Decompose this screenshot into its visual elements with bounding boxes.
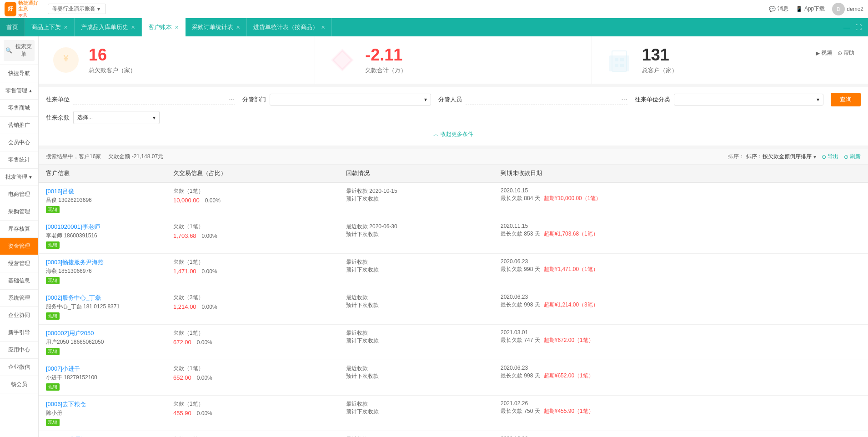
sidebar-item-retail-mgmt[interactable]: 零售管理 ▲ [0,82,38,100]
sidebar-item-finance[interactable]: 资金管理 [0,238,38,255]
page-content: ¥ 16 总欠款客户（家） [39,36,868,437]
overdue-link-4[interactable]: 超期¥672.00（1笔） [544,337,594,344]
customer-phone-2: 海燕 18513066976 [46,267,173,275]
tab-product-listing[interactable]: 商品上下架 ✕ [25,18,75,36]
tab-minimize-icon[interactable]: — [841,24,853,31]
tab-purchase-stats[interactable]: 采购订单统计表 ✕ [186,18,247,36]
video-btn[interactable]: ▶ 视频 [816,49,832,57]
refresh-button[interactable]: ⊙ 刷新 [844,153,861,161]
tab-fullscreen-icon[interactable]: ⛶ [853,24,864,31]
stat-card-total-customers: 131 总客户（家） ▶ 视频 ⊙ 帮助 [592,36,868,84]
due-days-2: 最长欠款 998 天 [501,266,540,273]
filter-category-dropdown[interactable]: ▾ [674,94,824,105]
debt-amount-1: 1,703.68 [173,232,196,239]
return-last-1: 最近收款 2020-06-30 [346,223,501,231]
export-button[interactable]: ⊙ 导出 [822,153,838,161]
header-due: 到期未收款日期 [501,169,861,177]
message-btn[interactable]: 💬 消息 [769,5,788,13]
filter-person-input[interactable] [466,95,621,105]
sidebar-item-ecommerce[interactable]: 电商管理 [0,186,38,203]
chevron-up-icon: ︿ [433,131,439,137]
search-icon: 🔍 [5,47,12,54]
tab-production-history-close[interactable]: ✕ [131,25,135,30]
overdue-link-2[interactable]: 超期¥1,471.00（1笔） [544,266,598,273]
filter-balance-value: 选择... [77,114,93,121]
debt-count-2: 欠款（1笔） [173,258,346,266]
search-menu-btn[interactable]: 🔍 搜索菜单 [4,40,35,61]
help-btn[interactable]: ⊙ 帮助 [838,49,854,57]
tab-purchase-stats-close[interactable]: ✕ [236,25,240,30]
user-menu[interactable]: D demo2 [832,3,863,15]
stat-actions: ▶ 视频 ⊙ 帮助 [816,49,854,57]
return-info-2: 最近收款 预计下次收款 [346,258,501,274]
sidebar-item-quick-nav[interactable]: 快捷导航 [0,65,38,82]
debt-amount-6: 455.90 [173,410,191,417]
sidebar-item-marketing[interactable]: 营销推广 [0,117,38,134]
customer-name-6[interactable]: [0006]去下粮仓 [46,400,173,408]
sidebar-marketing-label: 营销推广 [8,122,30,128]
ellipsis-icon[interactable]: ··· [229,95,235,104]
filter-partner-input[interactable] [73,95,229,105]
diamond-icon [329,46,356,74]
sidebar-item-retail-store[interactable]: 零售商城 [0,100,38,117]
sidebar-item-enterprise[interactable]: 企业协同 [0,307,38,324]
query-button[interactable]: 查询 [831,93,861,106]
filter-person: 分管人员 ··· [438,95,627,105]
sidebar-item-purchase[interactable]: 采购管理 [0,203,38,221]
tab-home[interactable]: 首页 [0,18,25,36]
sidebar-retail-stats-label: 零售统计 [8,156,30,163]
customer-name-0[interactable]: [0016]吕俊 [46,187,173,196]
tab-product-listing-close[interactable]: ✕ [64,25,68,30]
sidebar-item-inventory[interactable]: 库存核算 [0,221,38,238]
overdue-link-5[interactable]: 超期¥652.00（1笔） [544,372,594,380]
overdue-link-0[interactable]: 超期¥10,000.00（1笔） [544,195,602,202]
collapse-filters-btn[interactable]: ︿ 收起更多条件 [46,129,861,140]
debt-amount-2: 1,471.00 [173,268,196,275]
sidebar-member-label: 会员中心 [8,139,30,146]
customer-name-4[interactable]: [000002]用户2050 [46,329,173,337]
tab-customer-account[interactable]: 客户账本 ✕ [142,18,186,36]
debt-percent-6: 0.00% [197,410,212,417]
table-row: [000002]用户2050 用户2050 18665062050 现销 欠款（… [39,325,868,360]
sidebar-item-guide[interactable]: 新手引导 [0,324,38,342]
overdue-link-1[interactable]: 超期¥1,703.68（1笔） [544,230,598,238]
overdue-link-3[interactable]: 超期¥1,214.00（3笔） [544,301,598,309]
customer-name-2[interactable]: [0003]畅捷服务尹海燕 [46,258,173,266]
stat-card-debt-customers: ¥ 16 总欠款客户（家） [39,36,315,84]
sort-button[interactable]: 排序： 排序：按欠款金额倒序排序 ▾ [728,153,816,161]
debt-percent-0: 0.00% [205,197,221,204]
sidebar-item-system[interactable]: 系统管理 [0,290,38,307]
tab-purchase-stats-label: 采购订单统计表 [192,23,233,31]
sidebar-item-retail-stats[interactable]: 零售统计 [0,151,38,169]
industry-selector[interactable]: 母婴行业演示账套 ▾ [48,4,106,14]
sidebar-item-member[interactable]: 会员中心 [0,134,38,151]
filter-department-dropdown[interactable]: ▾ [270,94,431,105]
sidebar-item-wholesale[interactable]: 批发管理 ▼ [0,169,38,186]
customer-name-1[interactable]: [0001020001]李老师 [46,223,173,231]
app-download-btn[interactable]: 📱 App下载 [796,5,825,13]
sidebar-app-center-label: 应用中心 [8,347,30,353]
customer-phone-3: 服务中心_丁磊 181 0125 8371 [46,303,173,311]
sidebar-item-wechat[interactable]: 企业微信 [0,359,38,376]
stat-value-debt-customers: 16 [89,45,301,65]
video-label: 视频 [821,49,832,57]
table-row: [0003]畅捷服务尹海燕 海燕 18513066976 现销 欠款（1笔） 1… [39,254,868,289]
logo-area: 好 畅捷通好生意示意 [5,0,43,18]
building-icon [606,46,633,74]
tab-production-history[interactable]: 产成品入库单历史 ✕ [75,18,142,36]
due-info-6: 2021.02.26 最长欠款 750 天 超期¥455.90（1笔） [501,400,861,415]
filter-balance-dropdown[interactable]: 选择... ▾ [73,111,160,124]
tab-purchase-product-stats[interactable]: 进货单统计表（按商品） ✕ [247,18,332,36]
sidebar-item-member-plus[interactable]: 畅会员 [0,376,38,393]
sidebar-item-basic-info[interactable]: 基础信息 [0,272,38,290]
overdue-link-6[interactable]: 超期¥455.90（1笔） [544,407,594,415]
ellipsis-icon[interactable]: ··· [621,95,627,104]
tab-purchase-product-stats-close[interactable]: ✕ [321,25,325,30]
customer-name-5[interactable]: [0007]小进干 [46,365,173,373]
svg-text:¥: ¥ [63,53,69,63]
sidebar-item-operations[interactable]: 经营管理 [0,255,38,272]
customer-name-3[interactable]: [0002]服务中心_丁磊 [46,294,173,302]
sidebar-member-plus-label: 畅会员 [11,381,27,387]
tab-customer-account-close[interactable]: ✕ [175,25,179,30]
sidebar-item-app-center[interactable]: 应用中心 [0,342,38,359]
